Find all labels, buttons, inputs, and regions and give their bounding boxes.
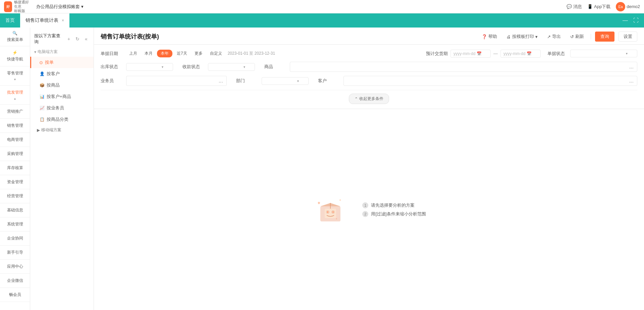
workspace-dropdown[interactable]: 办公用品行业模拟账套 ▾ [34, 2, 86, 11]
print-template-btn[interactable]: 🖨 按模板打印 ▾ [504, 32, 540, 41]
sidebar: 🔍 搜索菜单 ⚡ 快捷导航 零售管理 ▾ 批发管理 ▴ 营销推广 销售管理 电商… [0, 28, 30, 310]
divider [591, 34, 591, 39]
settings-btn[interactable]: 设置 [619, 32, 637, 42]
date-end-input[interactable]: yyyy-mm-dd 📅 [500, 50, 541, 58]
more-icon[interactable]: ... [629, 78, 634, 84]
scheme-item-by-customer[interactable]: 👤 按客户 [30, 68, 94, 80]
export-btn[interactable]: ↗ 导出 [544, 32, 564, 41]
refresh-scheme-btn[interactable]: ↻ [74, 36, 81, 42]
scheme-item-by-order[interactable]: ⊙ 按单 [30, 57, 94, 68]
main-layout: 🔍 搜索菜单 ⚡ 快捷导航 零售管理 ▾ 批发管理 ▴ 营销推广 销售管理 电商… [0, 28, 644, 310]
sidebar-item-wechat[interactable]: 企业微信 [0, 274, 30, 288]
sidebar-item-sales[interactable]: 销售管理 [0, 119, 30, 133]
search-icon: 🔍 [12, 31, 17, 36]
scheme-group-mobile[interactable]: ▶ 移动端方案 [30, 125, 94, 135]
payment-status-select[interactable]: ▾ [208, 63, 255, 71]
customer-label: 客户 [318, 78, 338, 84]
order-status-select[interactable]: ▾ [570, 50, 637, 57]
tab-home[interactable]: 首页 [0, 13, 20, 28]
more-icon[interactable]: ... [219, 78, 223, 84]
sidebar-item-operations[interactable]: 经营管理 [0, 189, 30, 203]
export-icon: ↗ [547, 34, 551, 39]
user-menu-btn[interactable]: Ea demo2 [616, 2, 640, 11]
date-btn-more[interactable]: 更多 [192, 49, 206, 58]
date-btn-7-days[interactable]: 近7天 [174, 49, 190, 58]
svg-text:✦: ✦ [335, 217, 338, 220]
svg-rect-4 [325, 209, 336, 218]
salesman-label: 业务员 [101, 78, 121, 84]
salesman-icon: 📈 [40, 106, 45, 110]
window-controls: — ⛶ [621, 16, 644, 24]
help-btn[interactable]: ❓ 帮助 [479, 32, 500, 41]
svg-point-7 [327, 211, 328, 213]
svg-point-8 [332, 211, 334, 213]
app-logo: 好 畅捷通好生意 标账版 [4, 0, 31, 13]
sidebar-item-finance[interactable]: 资金管理 [0, 175, 30, 189]
sidebar-search[interactable]: 🔍 搜索菜单 [0, 28, 30, 46]
expected-date-label: 预计交货期 [426, 51, 448, 57]
empty-hints: 1 请先选择要分析的方案 2 用[过滤]条件来缩小分析范围 [362, 202, 426, 217]
logo-text: 畅捷通好生意 标账版 [14, 0, 31, 13]
sidebar-item-retail[interactable]: 零售管理 ▾ [0, 66, 30, 86]
date-btn-this-month[interactable]: 本月 [142, 49, 156, 58]
sidebar-item-basic-info[interactable]: 基础信息 [0, 203, 30, 217]
date-start-input[interactable]: yyyy-mm-dd 📅 [450, 50, 491, 58]
page-title: 销售订单统计表(按单) [101, 33, 479, 41]
collapse-icon: ⌃ [355, 97, 358, 101]
calendar-icon: 📅 [477, 51, 482, 56]
date-btn-custom[interactable]: 自定义 [207, 49, 225, 58]
order-date-label: 单据日期 [101, 51, 121, 57]
scheme-item-by-salesman[interactable]: 📈 按业务员 [30, 102, 94, 114]
scheme-item-by-category[interactable]: 📋 按商品分类 [30, 114, 94, 125]
sidebar-item-app-center[interactable]: 应用中心 [0, 260, 30, 274]
phone-icon: 📱 [587, 4, 593, 9]
sidebar-shortcut[interactable]: ⚡ 快捷导航 [0, 46, 30, 66]
sidebar-item-guide[interactable]: 新手引导 [0, 246, 30, 260]
sidebar-item-inventory[interactable]: 库存核算 [0, 161, 30, 175]
date-btn-last-month[interactable]: 上月 [126, 49, 140, 58]
empty-illustration: ✦ ✦ ✦ [312, 191, 349, 228]
maximize-btn[interactable]: ⛶ [632, 16, 640, 24]
collapse-panel-btn[interactable]: « [83, 36, 90, 42]
refresh-btn[interactable]: ↺ 刷新 [568, 32, 587, 41]
collapse-btn[interactable]: ⌃ 收起更多条件 [349, 94, 389, 104]
tab-sales-order-stats[interactable]: 销售订单统计表 × [20, 13, 69, 28]
message-icon: 💬 [567, 4, 572, 9]
tab-close-icon[interactable]: × [62, 18, 64, 23]
product-input[interactable]: ... [290, 62, 637, 72]
sidebar-item-ecommerce[interactable]: 电商管理 [0, 133, 30, 147]
customer-icon: 👤 [40, 71, 45, 76]
chevron-down-icon: ▾ [81, 4, 84, 9]
sidebar-item-member[interactable]: 畅会员 [0, 288, 30, 302]
topbar-right: 💬 消息 📱 App下载 Ea demo2 [567, 2, 640, 11]
app-download-btn[interactable]: 📱 App下载 [587, 4, 610, 10]
sidebar-item-purchase[interactable]: 采购管理 [0, 147, 30, 161]
salesman-input[interactable]: ... [126, 76, 227, 86]
add-scheme-btn[interactable]: + [65, 36, 72, 42]
chevron-down-icon: ▾ [162, 65, 163, 69]
scheme-item-by-customer-product[interactable]: 📊 按客户+商品 [30, 91, 94, 102]
date-btn-this-year[interactable]: 本年 [157, 50, 172, 57]
sidebar-item-system[interactable]: 系统管理 [0, 217, 30, 231]
topbar: 好 畅捷通好生意 标账版 办公用品行业模拟账套 ▾ 💬 消息 📱 App下载 E… [0, 0, 644, 13]
sidebar-item-marketing[interactable]: 营销推广 [0, 105, 30, 119]
message-btn[interactable]: 💬 消息 [567, 4, 582, 10]
department-select[interactable]: ▾ [262, 77, 309, 85]
chevron-down-icon: ▾ [535, 34, 538, 39]
more-icon[interactable]: ... [629, 64, 634, 70]
date-quick-btns: 上月 本月 本年 近7天 更多 自定义 2023-01-01 至 2023-12… [126, 49, 275, 58]
chevron-down-icon: ▾ [34, 50, 36, 54]
sidebar-item-wholesale[interactable]: 批发管理 ▴ [0, 86, 30, 105]
calendar-icon: 📅 [527, 51, 532, 56]
filter-collapse-row: ⌃ 收起更多条件 [101, 90, 637, 104]
delivery-status-select[interactable]: ▾ [126, 63, 173, 71]
query-btn[interactable]: 查询 [595, 32, 614, 42]
product-label: 商品 [264, 64, 284, 70]
scheme-item-by-product[interactable]: 📦 按商品 [30, 80, 94, 91]
chevron-down-icon: ▾ [244, 65, 245, 69]
department-label: 部门 [236, 78, 256, 84]
page-header: 销售订单统计表(按单) ❓ 帮助 🖨 按模板打印 ▾ ↗ 导出 [94, 28, 644, 45]
sidebar-item-enterprise[interactable]: 企业协同 [0, 231, 30, 246]
customer-input[interactable]: ... [343, 76, 637, 86]
minimize-btn[interactable]: — [621, 16, 629, 24]
